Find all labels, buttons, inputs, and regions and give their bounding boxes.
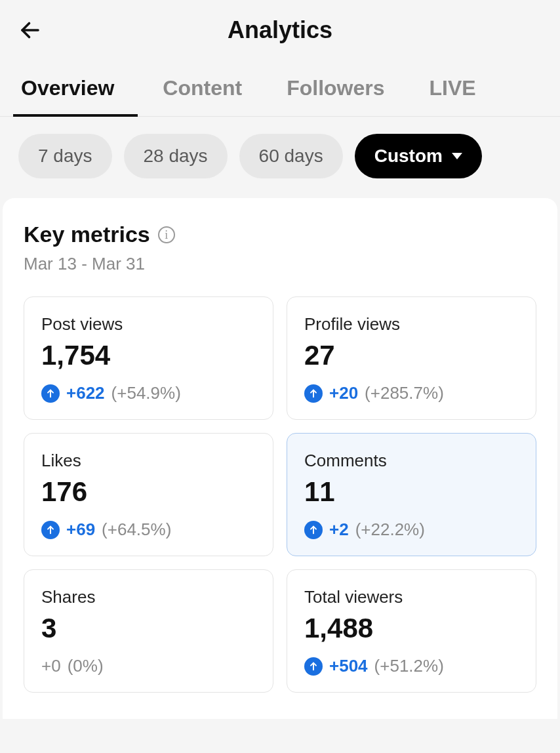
metric-label: Shares — [41, 587, 256, 607]
arrow-up-icon — [304, 657, 323, 676]
info-icon[interactable]: i — [158, 226, 175, 243]
metric-delta: +69 (+64.5%) — [41, 519, 256, 540]
back-button[interactable] — [16, 16, 45, 45]
tab-content[interactable]: Content — [156, 60, 262, 116]
delta-percent: (+64.5%) — [102, 519, 171, 540]
tab-live[interactable]: LIVE — [423, 60, 496, 116]
metric-value: 1,754 — [41, 340, 256, 371]
range-28-days[interactable]: 28 days — [124, 134, 228, 178]
delta-absolute: +2 — [329, 519, 349, 540]
metrics-grid: Post views 1,754 +622 (+54.9%) Profile v… — [24, 296, 536, 693]
section-title: Key metrics — [24, 222, 150, 247]
chevron-down-icon — [452, 153, 462, 159]
arrow-up-icon — [304, 384, 323, 403]
metric-value: 11 — [304, 476, 519, 508]
metric-label: Post views — [41, 314, 256, 335]
arrow-left-icon — [18, 18, 42, 42]
metric-delta: +0 (0%) — [41, 656, 256, 676]
metric-delta: +20 (+285.7%) — [304, 383, 519, 403]
metric-shares[interactable]: Shares 3 +0 (0%) — [24, 569, 273, 693]
tabs: Overview Content Followers LIVE — [0, 60, 560, 117]
delta-absolute: +20 — [329, 383, 358, 403]
metric-value: 1,488 — [304, 613, 519, 644]
range-7-days[interactable]: 7 days — [18, 134, 112, 178]
header: Analytics — [0, 0, 560, 60]
metric-value: 3 — [41, 613, 256, 644]
delta-percent: (+22.2%) — [355, 519, 425, 540]
delta-absolute: +0 — [41, 656, 61, 676]
metric-delta: +504 (+51.2%) — [304, 656, 519, 676]
metric-comments[interactable]: Comments 11 +2 (+22.2%) — [287, 433, 536, 556]
arrow-up-icon — [304, 521, 323, 539]
metric-total-viewers[interactable]: Total viewers 1,488 +504 (+51.2%) — [287, 569, 536, 693]
key-metrics-card: Key metrics i Mar 13 - Mar 31 Post views… — [3, 198, 557, 719]
metric-label: Total viewers — [304, 587, 519, 607]
delta-percent: (0%) — [68, 656, 104, 676]
metric-delta: +622 (+54.9%) — [41, 383, 256, 403]
metric-label: Comments — [304, 451, 519, 471]
range-custom-label: Custom — [374, 146, 443, 167]
delta-absolute: +69 — [66, 519, 95, 540]
metric-label: Profile views — [304, 314, 519, 335]
date-range-selector: 7 days 28 days 60 days Custom — [0, 117, 560, 198]
metric-value: 27 — [304, 340, 519, 371]
delta-absolute: +622 — [66, 383, 105, 403]
date-range-label: Mar 13 - Mar 31 — [24, 254, 536, 274]
metric-likes[interactable]: Likes 176 +69 (+64.5%) — [24, 433, 273, 556]
tab-followers[interactable]: Followers — [280, 60, 404, 116]
metric-post-views[interactable]: Post views 1,754 +622 (+54.9%) — [24, 296, 273, 420]
analytics-screen: Analytics Overview Content Followers LIV… — [0, 0, 560, 753]
range-60-days[interactable]: 60 days — [239, 134, 343, 178]
metric-value: 176 — [41, 476, 256, 508]
page-title: Analytics — [228, 16, 332, 44]
metric-delta: +2 (+22.2%) — [304, 519, 519, 540]
range-custom[interactable]: Custom — [355, 134, 482, 178]
metric-label: Likes — [41, 451, 256, 471]
delta-percent: (+54.9%) — [111, 383, 181, 403]
arrow-up-icon — [41, 384, 60, 403]
metric-profile-views[interactable]: Profile views 27 +20 (+285.7%) — [287, 296, 536, 420]
delta-percent: (+51.2%) — [374, 656, 444, 676]
section-heading: Key metrics i — [24, 222, 536, 247]
arrow-up-icon — [41, 521, 60, 539]
delta-percent: (+285.7%) — [365, 383, 444, 403]
delta-absolute: +504 — [329, 656, 368, 676]
tab-overview[interactable]: Overview — [13, 60, 138, 116]
